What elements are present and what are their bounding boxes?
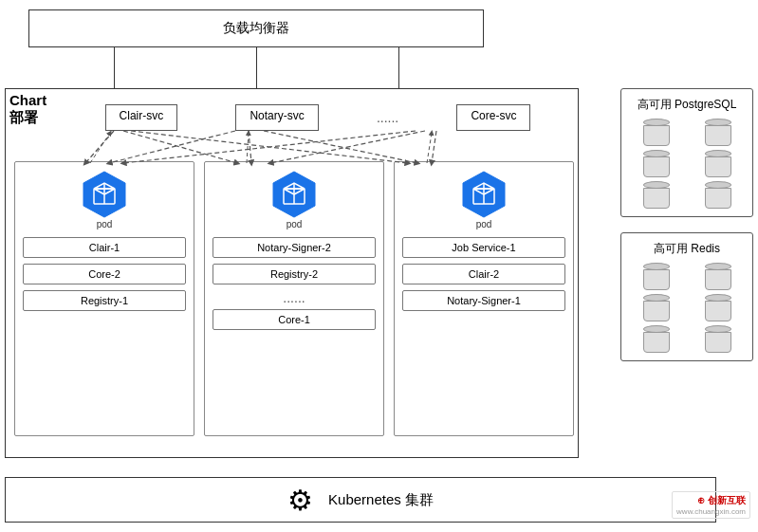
cyl-rd-4 (705, 294, 731, 321)
cyl-rd-5 (643, 325, 670, 353)
ha-postgresql-title: 高可用 PostgreSQL (627, 97, 747, 113)
notary-signer-2: Notary-Signer-2 (213, 237, 376, 258)
chart-deploy-label: Chart 部署 (9, 92, 46, 126)
cyl-rd-6 (705, 325, 731, 353)
node-col-1: pod Clair-1 Core-2 Registry-1 (14, 161, 194, 436)
service-row: Clair-svc Notary-svc ...... Core-svc (76, 104, 560, 131)
pod-label-3: pod (402, 219, 565, 229)
cyl-pg-4 (705, 150, 731, 177)
nodes-row: pod Clair-1 Core-2 Registry-1 pod Notary… (14, 161, 574, 436)
node2-ellipsis: ...... (213, 290, 376, 305)
core-svc-box: Core-svc (456, 104, 530, 131)
node-col-3: pod Job Service-1 Clair-2 Notary-Signer-… (394, 161, 574, 436)
pod-label-1: pod (23, 219, 186, 229)
kubernetes-bar: ⚙ Kubernetes 集群 (5, 477, 716, 523)
ha-redis-title: 高可用 Redis (627, 241, 747, 257)
pod-label-2: pod (213, 219, 376, 229)
registry-1: Registry-1 (23, 290, 186, 311)
cyl-pg-6 (705, 181, 731, 209)
cyl-pg-1 (643, 119, 670, 146)
load-balancer-label: 负载均衡器 (223, 20, 289, 37)
ha-redis-box: 高可用 Redis (620, 232, 753, 361)
k8s-label: Kubernetes 集群 (328, 491, 434, 509)
svc-ellipsis: ...... (377, 104, 398, 131)
pod-hex-1 (23, 170, 186, 219)
ha-postgresql-box: 高可用 PostgreSQL (620, 88, 753, 217)
notary-signer-1: Notary-Signer-1 (402, 290, 565, 311)
pod-hex-2 (213, 170, 376, 219)
core-2: Core-2 (23, 264, 186, 284)
postgresql-cylinders (627, 119, 747, 209)
node-col-2: pod Notary-Signer-2 Registry-2 ...... Co… (204, 161, 384, 436)
cyl-pg-5 (643, 181, 670, 209)
watermark-line2: www.chuangxin.com (676, 507, 746, 516)
core-1: Core-1 (213, 309, 376, 330)
load-balancer-box: 负载均衡器 (28, 9, 484, 47)
registry-2: Registry-2 (213, 264, 376, 284)
k8s-icon: ⚙ (287, 484, 313, 517)
clair-2: Clair-2 (402, 264, 565, 284)
watermark: ⊕ 创新互联 www.chuangxin.com (672, 491, 750, 519)
cyl-rd-2 (705, 263, 731, 290)
pod-hex-3 (402, 170, 565, 219)
cyl-pg-3 (643, 150, 670, 177)
cyl-pg-2 (705, 119, 731, 146)
cyl-rd-3 (643, 294, 670, 321)
clair-svc-box: Clair-svc (105, 104, 178, 131)
clair-1: Clair-1 (23, 237, 186, 258)
cyl-rd-1 (643, 263, 670, 290)
notary-svc-box: Notary-svc (235, 104, 318, 131)
job-service-1: Job Service-1 (402, 237, 565, 258)
watermark-line1: ⊕ 创新互联 (676, 494, 746, 507)
ha-panel: 高可用 PostgreSQL 高可用 Redis (620, 88, 753, 376)
redis-cylinders (627, 263, 747, 353)
